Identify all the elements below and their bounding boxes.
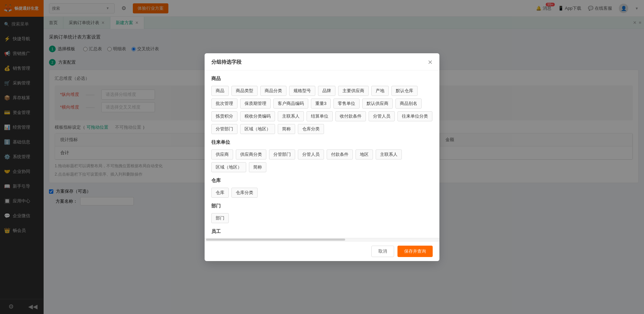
- field-chip[interactable]: 分管部门: [211, 124, 237, 134]
- confirm-button[interactable]: 保存并查询: [397, 246, 433, 257]
- field-chip[interactable]: 分管人员: [298, 149, 324, 160]
- field-chips-warehouse: 仓库仓库分类: [211, 188, 433, 198]
- field-chip[interactable]: 主联系人: [376, 149, 402, 160]
- field-select-dialog: 分组待选字段 ✕ 商品商品商品类型商品分类规格型号品牌主要供应商产地默认仓库批次…: [205, 53, 439, 261]
- field-chip[interactable]: 分管部门: [269, 149, 295, 160]
- field-chip[interactable]: 付款条件: [327, 149, 353, 160]
- field-chip[interactable]: 默认仓库: [391, 86, 418, 96]
- dialog-body: 商品商品商品类型商品分类规格型号品牌主要供应商产地默认仓库批次管理保质期管理客户…: [205, 70, 439, 238]
- field-chip[interactable]: 仓库分类: [298, 124, 324, 134]
- field-chip[interactable]: 商品分类: [260, 86, 286, 96]
- group-title-partner: 往来单位: [211, 139, 433, 145]
- dialog-overlay: 分组待选字段 ✕ 商品商品商品类型商品分类规格型号品牌主要供应商产地默认仓库批次…: [0, 0, 644, 314]
- field-chip[interactable]: 供应商分类: [236, 149, 266, 160]
- field-chip[interactable]: 地区: [356, 149, 373, 160]
- field-chip[interactable]: 简称: [278, 124, 295, 134]
- field-chip[interactable]: 零售单位: [333, 99, 360, 109]
- field-chip[interactable]: 简称: [249, 162, 266, 172]
- field-chips-product: 商品商品类型商品分类规格型号品牌主要供应商产地默认仓库批次管理保质期管理客户商品…: [211, 86, 433, 134]
- field-chip[interactable]: 客户商品编码: [273, 99, 308, 109]
- field-chip[interactable]: 保质期管理: [240, 99, 271, 109]
- field-chip[interactable]: 商品别名: [395, 99, 422, 109]
- field-chips-department: 部门: [211, 213, 433, 223]
- field-chip[interactable]: 分管人员: [369, 111, 395, 121]
- field-chip[interactable]: 规格型号: [289, 86, 315, 96]
- field-chip[interactable]: 仓库: [211, 188, 229, 198]
- field-chip[interactable]: 品牌: [318, 86, 335, 96]
- dialog-header: 分组待选字段 ✕: [205, 53, 439, 70]
- field-chip[interactable]: 主联系人: [278, 111, 304, 121]
- field-chip[interactable]: 收付款条件: [335, 111, 366, 121]
- dialog-close-icon[interactable]: ✕: [428, 59, 433, 66]
- group-title-product: 商品: [211, 76, 433, 82]
- field-chip[interactable]: 区域（地区）: [240, 124, 275, 134]
- field-chip[interactable]: 往来单位分类: [397, 111, 432, 121]
- field-chip[interactable]: 批次管理: [211, 99, 237, 109]
- group-title-department: 部门: [211, 203, 433, 209]
- dialog-title: 分组待选字段: [211, 59, 241, 65]
- field-chip[interactable]: 重量3: [311, 99, 331, 109]
- field-chip[interactable]: 仓库分类: [231, 188, 258, 198]
- field-chip[interactable]: 默认供应商: [362, 99, 393, 109]
- field-chip[interactable]: 结算单位: [307, 111, 333, 121]
- field-chip[interactable]: 税收分类编码: [240, 111, 275, 121]
- dialog-hscroll[interactable]: [205, 238, 439, 241]
- group-title-employee: 员工: [211, 229, 433, 235]
- field-chip[interactable]: 主要供应商: [338, 86, 369, 96]
- dialog-footer: 取消 保存并查询: [205, 241, 439, 261]
- hscroll-thumb: [206, 239, 345, 241]
- field-chip[interactable]: 拣货积分: [211, 111, 237, 121]
- cancel-button[interactable]: 取消: [371, 246, 394, 257]
- field-chip[interactable]: 区域（地区）: [211, 162, 246, 172]
- field-chip[interactable]: 商品类型: [231, 86, 258, 96]
- field-chip[interactable]: 商品: [211, 86, 229, 96]
- field-chip[interactable]: 供应商: [211, 149, 233, 160]
- field-chip[interactable]: 部门: [211, 213, 229, 223]
- field-chip[interactable]: 产地: [371, 86, 389, 96]
- group-title-warehouse: 仓库: [211, 178, 433, 184]
- field-chips-partner: 供应商供应商分类分管部门分管人员付款条件地区主联系人区域（地区）简称: [211, 149, 433, 172]
